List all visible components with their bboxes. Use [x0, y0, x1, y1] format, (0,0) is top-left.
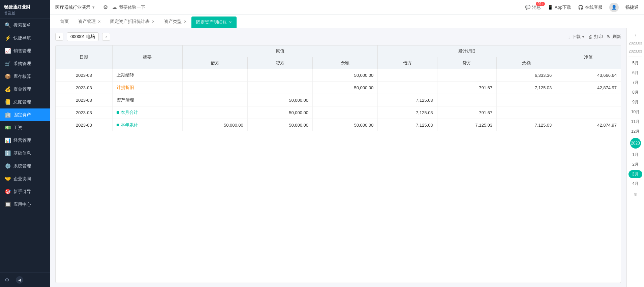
topbar-separator — [99, 4, 99, 11]
th-ov-balance: 余额 — [313, 57, 378, 69]
timeline-month-11[interactable]: 11月 — [627, 117, 644, 127]
company-selector[interactable]: 医疗器械行业演示 ▾ — [55, 4, 95, 10]
timeline-month-9[interactable]: 9月 — [627, 97, 644, 107]
message-badge: 99+ — [536, 2, 545, 6]
td-summary: 本年累计 — [112, 119, 182, 131]
tab-asset-management-close[interactable]: ✕ — [98, 20, 101, 24]
td-ad-balance: 7,125.03 — [496, 119, 556, 131]
timeline-month-8[interactable]: 8月 — [627, 88, 644, 97]
td-ad-credit — [437, 94, 496, 106]
timeline-month-10[interactable]: 10月 — [627, 107, 644, 117]
sidebar-item-system[interactable]: ⚙️ 系统管理 — [0, 160, 50, 172]
timeline-year-header-2: 2023.03 — [627, 47, 644, 55]
td-ov-balance: 50,000.00 — [313, 82, 378, 94]
timeline-scroll-icon[interactable]: ⊕ — [634, 191, 638, 197]
sidebar-item-search[interactable]: 🔍 搜索菜单 — [0, 19, 50, 32]
online-service-btn[interactable]: 🎧 在线客服 — [578, 4, 603, 10]
salary-icon: 💵 — [5, 125, 11, 131]
timeline-month-7[interactable]: 7月 — [627, 78, 644, 88]
download-icon: ↓ — [568, 34, 571, 39]
messages-btn[interactable]: 💬 消息 99+ — [525, 4, 541, 10]
td-ov-debit — [182, 106, 247, 119]
tab-asset-type-close[interactable]: ✕ — [184, 20, 187, 24]
timeline-month-12[interactable]: 12月 — [627, 127, 644, 136]
sidebar-item-purchase[interactable]: 🛒 采购管理 — [0, 57, 50, 70]
tab-asset-type[interactable]: 资产类型 ✕ — [159, 16, 191, 28]
tab-depreciation-stats-label: 固定资产折旧统计表 — [110, 19, 150, 25]
timeline-month-2[interactable]: 2月 — [627, 160, 644, 169]
timeline-panel: › 2023.03 2023.03 5月 6月 7月 8月 9月 10月 11月… — [626, 28, 644, 287]
sidebar-item-ledger[interactable]: 📒 总账管理 — [0, 96, 50, 108]
app-download-btn[interactable]: 📱 App下载 — [548, 4, 571, 10]
td-ad-balance — [496, 106, 556, 119]
tab-asset-management[interactable]: 资产管理 ✕ — [73, 16, 105, 28]
sidebar-item-fixed-assets[interactable]: 🏢 固定资产 — [0, 108, 50, 121]
td-ov-debit — [182, 94, 247, 106]
settings-bottom-icon[interactable]: ⚙ — [5, 277, 9, 283]
print-btn[interactable]: 🖨 打印 — [588, 34, 603, 40]
table-row: 2023-03 本年累计 50,000.00 50,000.00 50,000.… — [56, 119, 621, 131]
td-ov-debit — [182, 82, 247, 94]
th-ad-balance: 余额 — [496, 57, 556, 69]
th-date: 日期 — [56, 45, 112, 69]
timeline-month-5[interactable]: 5月 — [627, 58, 644, 68]
next-asset-btn[interactable]: › — [102, 33, 110, 41]
tab-depreciation-stats[interactable]: 固定资产折旧统计表 ✕ — [105, 16, 159, 28]
content-area: ‹ 000001 电脑 › ↓ 下载 ▾ 🖨 打印 — [50, 28, 644, 287]
current-asset[interactable]: 000001 电脑 — [67, 32, 99, 41]
timeline-month-6[interactable]: 6月 — [627, 68, 644, 78]
sidebar-item-salary[interactable]: 💵 工资 — [0, 121, 50, 134]
ledger-icon: 📒 — [5, 99, 11, 105]
td-ov-credit: 50,000.00 — [247, 106, 312, 119]
company-name: 医疗器械行业演示 — [55, 4, 90, 10]
sidebar-item-label: 应用中心 — [13, 201, 31, 208]
refresh-btn[interactable]: ↻ 刷新 — [607, 34, 621, 40]
prev-asset-btn[interactable]: ‹ — [55, 33, 63, 41]
sidebar-item-app-center[interactable]: 🔲 应用中心 — [0, 198, 50, 211]
sidebar-logo: 畅捷通好业财 普及版 — [0, 0, 50, 19]
sidebar-item-funds[interactable]: 💰 资金管理 — [0, 83, 50, 96]
timeline-chevron-left[interactable]: › — [633, 31, 638, 39]
timeline-month-1[interactable]: 1月 — [627, 150, 644, 160]
sidebar-item-label: 快捷导航 — [13, 35, 31, 41]
sidebar-item-cooperation[interactable]: 🤝 企业协同 — [0, 172, 50, 185]
experience-icon: ☁ — [112, 4, 117, 10]
next-icon: › — [105, 34, 107, 39]
tab-asset-detail-close[interactable]: ✕ — [229, 20, 232, 25]
topbar-settings-icon[interactable]: ⚙ — [103, 4, 108, 10]
experience-btn[interactable]: ☁ 我要体验一下 — [112, 4, 145, 10]
tab-asset-detail[interactable]: 固定资产明细账 ✕ — [191, 17, 237, 28]
timeline-year-2023[interactable]: 2023 — [630, 138, 641, 149]
sidebar-item-basic-info[interactable]: ℹ️ 基础信息 — [0, 147, 50, 160]
timeline-month-4[interactable]: 4月 — [627, 179, 644, 189]
sales-icon: 📈 — [5, 48, 11, 54]
sidebar-item-inventory[interactable]: 📦 库存核算 — [0, 70, 50, 83]
td-ov-balance: 50,000.00 — [313, 119, 378, 131]
sidebar-item-operations[interactable]: 📊 经营管理 — [0, 134, 50, 147]
sidebar-logo-title: 畅捷通好业财 — [4, 4, 46, 10]
td-ov-balance: 50,000.00 — [313, 69, 378, 82]
th-summary: 摘要 — [112, 45, 182, 69]
sidebar-item-sales[interactable]: 📈 销售管理 — [0, 44, 50, 57]
td-ad-balance: 7,125.03 — [496, 82, 556, 94]
th-original-value: 原值 — [182, 45, 378, 57]
refresh-icon: ↻ — [607, 34, 611, 39]
sidebar: 畅捷通好业财 普及版 🔍 搜索菜单 ⚡ 快捷导航 📈 销售管理 🛒 采购管理 📦… — [0, 0, 50, 287]
basic-info-icon: ℹ️ — [5, 150, 11, 156]
sidebar-collapse-btn[interactable]: ◀ — [16, 276, 23, 284]
tab-home[interactable]: 首页 — [55, 16, 73, 28]
sidebar-item-guide[interactable]: 🎯 新手引导 — [0, 185, 50, 198]
sidebar-item-label: 固定资产 — [13, 112, 31, 118]
asset-nav: ‹ 000001 电脑 › ↓ 下载 ▾ 🖨 打印 — [55, 32, 621, 41]
th-ad-debit: 借方 — [378, 57, 437, 69]
download-btn[interactable]: ↓ 下载 ▾ — [568, 34, 584, 40]
tab-depreciation-stats-close[interactable]: ✕ — [152, 20, 155, 24]
sidebar-item-label: 新手引导 — [13, 189, 31, 195]
sidebar-menu: 🔍 搜索菜单 ⚡ 快捷导航 📈 销售管理 🛒 采购管理 📦 库存核算 💰 资金管… — [0, 19, 50, 273]
timeline-month-3-active[interactable]: 3月 — [628, 170, 642, 178]
td-ad-balance: 6,333.36 — [496, 69, 556, 82]
company-dropdown-icon: ▾ — [92, 5, 95, 10]
td-ad-balance — [496, 94, 556, 106]
sidebar-item-quick-nav[interactable]: ⚡ 快捷导航 — [0, 32, 50, 44]
print-icon: 🖨 — [588, 34, 592, 39]
